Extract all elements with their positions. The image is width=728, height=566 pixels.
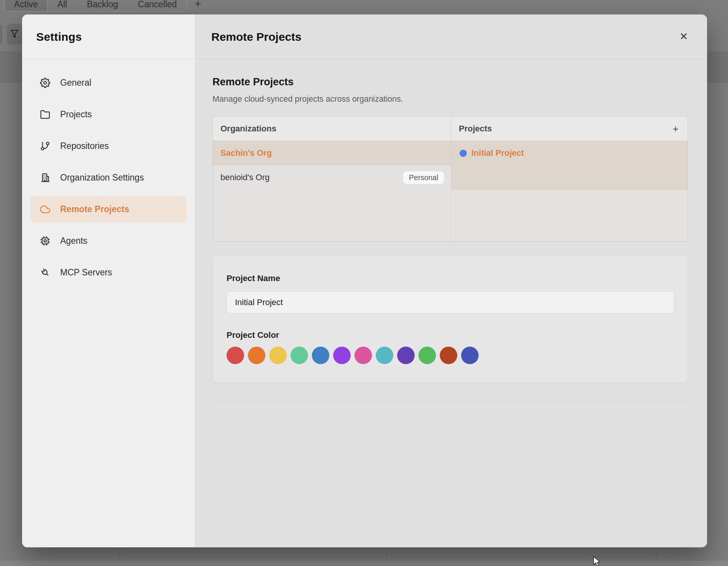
sidebar-item-projects[interactable]: Projects	[30, 101, 187, 128]
sidebar-item-agents[interactable]: Agents	[30, 227, 187, 254]
table-header: Organizations Projects +	[213, 117, 688, 141]
sidebar-item-label: Projects	[60, 109, 92, 120]
project-color-dot	[460, 150, 467, 157]
settings-title: Settings	[36, 30, 82, 43]
organization-row[interactable]: Sachin's Org	[213, 141, 451, 165]
organization-name: benioid's Org	[220, 173, 270, 182]
organizations-list: Sachin's Orgbenioid's OrgPersonal	[213, 141, 451, 241]
sidebar-item-label: MCP Servers	[60, 267, 112, 278]
sidebar-item-label: Remote Projects	[60, 204, 129, 214]
project-name-label: Project Name	[227, 273, 674, 283]
color-swatch-db559d[interactable]	[354, 347, 372, 364]
main-header: Remote Projects ✕	[195, 14, 707, 59]
project-row[interactable]: Initial Project	[451, 141, 688, 190]
personal-badge: Personal	[403, 171, 444, 184]
folder-icon	[40, 109, 50, 120]
tab-backlog[interactable]: Backlog	[77, 0, 128, 11]
section-description: Manage cloud-synced projects across orga…	[212, 94, 688, 104]
tab-all[interactable]: All	[48, 0, 77, 11]
sidebar-item-organization-settings[interactable]: Organization Settings	[30, 164, 187, 191]
add-project-button[interactable]: +	[673, 124, 679, 134]
table-body: Sachin's Orgbenioid's OrgPersonal Initia…	[213, 141, 688, 241]
settings-nav: GeneralProjectsRepositoriesOrganization …	[22, 59, 195, 291]
sidebar-item-remote-projects[interactable]: Remote Projects	[30, 196, 187, 222]
projects-list: Initial Project	[451, 141, 688, 241]
project-details-panel: Project Name Project Color	[212, 256, 688, 383]
color-swatch-633fb5[interactable]	[397, 347, 415, 364]
color-swatch-55bb5b[interactable]	[418, 347, 436, 364]
tab-active[interactable]: Active	[5, 0, 48, 11]
organizations-column-header: Organizations	[213, 117, 451, 141]
color-swatch-ecc64d[interactable]	[269, 347, 287, 364]
sidebar-item-label: Agents	[60, 236, 88, 246]
project-color-label: Project Color	[227, 330, 674, 340]
organization-name: Sachin's Org	[220, 148, 272, 158]
section-heading: Remote Projects	[212, 76, 688, 88]
color-swatch-e5772e[interactable]	[248, 347, 265, 364]
view-tab-group: ActiveAllBacklogCancelled	[5, 0, 187, 11]
sidebar-item-general[interactable]: General	[30, 69, 187, 96]
sidebar-item-mcp-servers[interactable]: MCP Servers	[30, 259, 187, 286]
git-branch-icon	[40, 141, 50, 151]
page-title: Remote Projects	[211, 30, 302, 43]
settings-sidebar: Settings GeneralProjectsRepositoriesOrga…	[22, 14, 195, 547]
building-icon	[40, 173, 50, 183]
mouse-cursor	[592, 556, 602, 566]
tab-cancelled[interactable]: Cancelled	[128, 0, 187, 11]
funnel-icon	[10, 29, 19, 39]
color-swatch-b1431f[interactable]	[440, 347, 457, 364]
project-name-input[interactable]	[227, 291, 674, 313]
close-icon[interactable]: ✕	[678, 30, 690, 43]
color-swatch-57b8c2[interactable]	[376, 347, 393, 364]
organization-row[interactable]: benioid's OrgPersonal	[213, 165, 451, 190]
sidebar-item-repositories[interactable]: Repositories	[30, 133, 187, 159]
sidebar-item-label: General	[60, 78, 91, 88]
section-divider	[212, 401, 688, 401]
add-view-button[interactable]: +	[190, 0, 206, 11]
color-swatch-3e80c2[interactable]	[312, 347, 329, 364]
project-name: Initial Project	[471, 148, 524, 158]
bottom-strip	[0, 561, 728, 566]
color-swatch-9240df[interactable]	[333, 347, 351, 364]
edge-button[interactable]	[0, 24, 2, 44]
project-color-options	[227, 347, 674, 364]
sidebar-header: Settings	[22, 14, 195, 59]
sidebar-item-label: Repositories	[60, 141, 109, 151]
main-body: Remote Projects Manage cloud-synced proj…	[195, 59, 707, 401]
cpu-icon	[40, 236, 50, 246]
settings-main-panel: Remote Projects ✕ Remote Projects Manage…	[195, 14, 707, 547]
gear-icon	[40, 78, 50, 88]
projects-column-header: Projects +	[451, 117, 688, 141]
cloud-icon	[40, 204, 50, 214]
plug-icon	[40, 267, 50, 278]
color-swatch-d64c4a[interactable]	[227, 347, 244, 364]
color-swatch-63cb97[interactable]	[291, 347, 308, 364]
settings-modal: Settings GeneralProjectsRepositoriesOrga…	[22, 14, 707, 547]
color-swatch-4453b4[interactable]	[461, 347, 479, 364]
org-project-table: Organizations Projects + Sachin's Orgben…	[212, 116, 688, 242]
filter-button[interactable]	[7, 24, 22, 45]
projects-column-label: Projects	[459, 124, 492, 134]
sidebar-item-label: Organization Settings	[60, 173, 144, 183]
